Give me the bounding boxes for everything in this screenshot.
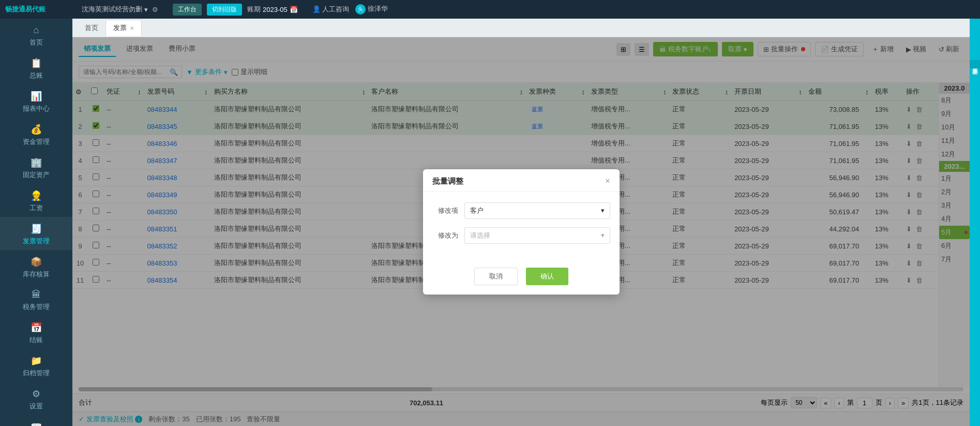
sidebar: ⌂ 首页 📋 总账 📊 报表中心 💰 资金管理 🏢 固定资产 👷 工资 🧾 发票… bbox=[0, 19, 72, 426]
field-select[interactable]: 客户 ▾ bbox=[464, 202, 610, 219]
ledger-icon: 📋 bbox=[31, 57, 42, 69]
invoice-icon: 🧾 bbox=[31, 223, 42, 234]
topbar-right: 👤 人工咨询 头 徐泽华 bbox=[312, 4, 388, 14]
modal-value-row: 修改为 请选择 ▾ bbox=[432, 227, 610, 244]
sidebar-item-archive[interactable]: 📁 归档管理 bbox=[0, 349, 72, 382]
settings-icon: ⚙ bbox=[32, 388, 40, 400]
sidebar-item-label: 工资 bbox=[29, 203, 43, 213]
modal-overlay: 批量调整 × 修改项 客户 ▾ 修改为 bbox=[72, 37, 970, 426]
value-placeholder: 请选择 bbox=[470, 231, 490, 240]
confirm-btn[interactable]: 确认 bbox=[526, 268, 568, 285]
sidebar-item-salary[interactable]: 👷 工资 bbox=[0, 184, 72, 217]
calendar-icon[interactable]: 📅 bbox=[290, 6, 298, 13]
finance-icon: 💰 bbox=[31, 124, 42, 135]
field-dropdown-icon: ▾ bbox=[601, 207, 605, 214]
archive-icon: 📁 bbox=[31, 355, 42, 366]
sidebar-item-label: 首页 bbox=[29, 38, 43, 47]
sidebar-item-invoice[interactable]: 🧾 发票管理 bbox=[0, 217, 72, 250]
sidebar-item-home[interactable]: ⌂ 首页 bbox=[0, 19, 72, 51]
sidebar-item-label: 库存核算 bbox=[23, 270, 50, 279]
modal-field-row: 修改项 客户 ▾ bbox=[432, 202, 610, 219]
batch-adjust-modal: 批量调整 × 修改项 客户 ▾ 修改为 bbox=[423, 169, 620, 295]
sidebar-item-label: 归档管理 bbox=[23, 369, 50, 378]
topbar: 畅捷通易代账 沈海英测试经营勿删 ▾ ⚙ 工作台 切到旧版 账期 2023-05… bbox=[0, 0, 980, 19]
sidebar-item-label: 发票管理 bbox=[23, 237, 50, 246]
sidebar-item-label: 税务管理 bbox=[23, 302, 50, 312]
support-btn[interactable]: 👤 人工咨询 bbox=[312, 5, 350, 14]
sidebar-item-label: 报表中心 bbox=[23, 104, 50, 113]
salary-icon: 👷 bbox=[31, 190, 42, 201]
report-icon: 📊 bbox=[31, 91, 42, 102]
company-icon: ⚙ bbox=[152, 6, 158, 13]
inventory-icon: 📦 bbox=[31, 256, 42, 268]
open-invoice-btn[interactable]: 开票助手 bbox=[970, 60, 981, 68]
sidebar-item-inventory[interactable]: 📦 库存核算 bbox=[0, 250, 72, 283]
cancel-btn[interactable]: 取消 bbox=[474, 268, 518, 285]
sidebar-item-settings[interactable]: ⚙ 设置 bbox=[0, 382, 72, 415]
user-btn[interactable]: 头 徐泽华 bbox=[355, 4, 388, 14]
sidebar-item-label: 总账 bbox=[29, 71, 43, 80]
period-display: 账期 2023-05 📅 bbox=[247, 5, 298, 14]
tax-icon: 🏛 bbox=[32, 289, 41, 300]
tab-close-icon[interactable]: ✕ bbox=[130, 25, 134, 31]
assets-icon: 🏢 bbox=[31, 157, 42, 168]
company-selector[interactable]: 沈海英测试经营勿删 ▾ ⚙ bbox=[82, 5, 158, 14]
sidebar-item-guide[interactable]: 📖 新手引导 bbox=[0, 415, 72, 426]
switch-version-btn[interactable]: 切到旧版 bbox=[207, 4, 242, 16]
tabs-bar: 首页 发票 ✕ bbox=[72, 19, 970, 37]
logo: 畅捷通易代账 bbox=[5, 5, 78, 14]
value-dropdown-icon: ▾ bbox=[601, 231, 605, 239]
sidebar-item-label: 结账 bbox=[29, 335, 43, 345]
modal-body: 修改项 客户 ▾ 修改为 请选择 ▾ bbox=[423, 192, 620, 262]
guide-icon: 📖 bbox=[31, 421, 42, 426]
sidebar-item-report[interactable]: 📊 报表中心 bbox=[0, 84, 72, 117]
company-dropdown-icon[interactable]: ▾ bbox=[144, 6, 148, 13]
sidebar-item-finance[interactable]: 💰 资金管理 bbox=[0, 117, 72, 151]
settle-icon: 📅 bbox=[31, 322, 42, 333]
modal-header: 批量调整 × bbox=[423, 169, 620, 192]
tab-home[interactable]: 首页 bbox=[78, 20, 105, 36]
home-icon: ⌂ bbox=[34, 25, 39, 36]
sidebar-item-tax[interactable]: 🏛 税务管理 bbox=[0, 283, 72, 316]
right-panel: 开票助手 bbox=[970, 19, 980, 426]
value-select[interactable]: 请选择 ▾ bbox=[464, 227, 610, 244]
sidebar-item-label: 设置 bbox=[29, 402, 43, 411]
sidebar-item-label: 资金管理 bbox=[23, 137, 50, 146]
tab-invoice[interactable]: 发票 ✕ bbox=[105, 20, 142, 36]
avatar: 头 bbox=[355, 4, 366, 14]
sidebar-item-label: 固定资产 bbox=[23, 170, 50, 180]
support-icon: 👤 bbox=[312, 5, 321, 13]
field-label: 修改项 bbox=[432, 206, 458, 215]
modal-title: 批量调整 bbox=[432, 177, 463, 186]
logo-text: 畅捷通易代账 bbox=[5, 5, 46, 14]
sidebar-item-settle[interactable]: 📅 结账 bbox=[0, 316, 72, 349]
modal-footer: 取消 确认 bbox=[423, 262, 620, 295]
page-container: 销项发票 进项发票 费用小票 ⊞ ☰ 🏛 税务数字账户↓ 取票 ▾ ⊞ bbox=[72, 37, 970, 426]
modal-close-btn[interactable]: × bbox=[605, 177, 610, 186]
workspace-btn[interactable]: 工作台 bbox=[173, 4, 202, 16]
company-name: 沈海英测试经营勿删 bbox=[82, 5, 142, 14]
value-label: 修改为 bbox=[432, 231, 458, 240]
sidebar-item-ledger[interactable]: 📋 总账 bbox=[0, 51, 72, 84]
field-value: 客户 bbox=[470, 206, 484, 215]
sidebar-item-assets[interactable]: 🏢 固定资产 bbox=[0, 151, 72, 184]
content-area: 首页 发票 ✕ 销项发票 进项发票 费用小票 ⊞ ☰ 🏛 税务数字账户↓ bbox=[72, 19, 970, 426]
